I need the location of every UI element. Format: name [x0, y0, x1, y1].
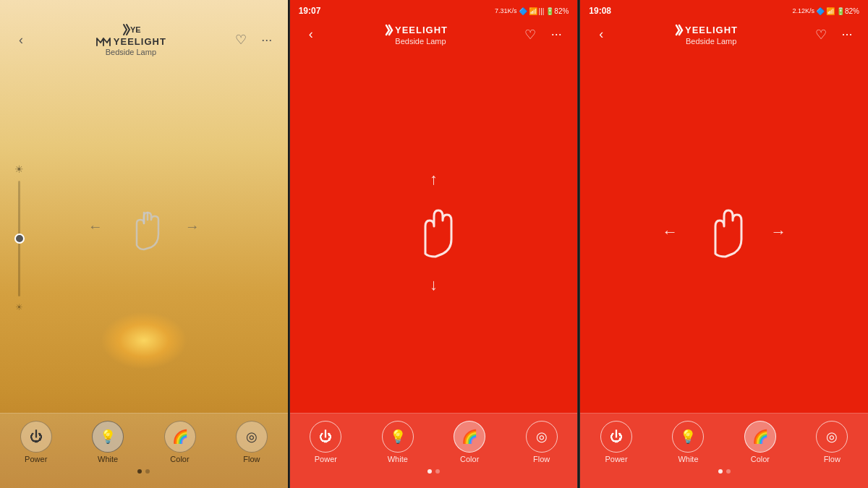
slider-track-1[interactable]: [18, 181, 20, 296]
svg-text:YEELIGHT: YEELIGHT: [685, 25, 738, 35]
power-label-3: Power: [605, 455, 627, 463]
white-icon-2: 💡: [382, 421, 414, 453]
brightness-low-icon: ☀: [15, 302, 23, 312]
svg-text:YEELIGHT: YEELIGHT: [130, 25, 141, 34]
arrow-right-icon-3: →: [770, 223, 786, 241]
tab-color-3[interactable]: 🌈 Color: [744, 421, 776, 463]
flow-icon-1: ◎: [236, 421, 268, 453]
brightness-high-icon: ☀: [14, 163, 24, 175]
tab-flow-1[interactable]: ◎ Flow: [236, 421, 268, 463]
status-bar-2: 19:07 7.31K/s 🔷 📶 ||| 🔋82%: [290, 0, 578, 20]
tab-white-1[interactable]: 💡 White: [92, 421, 124, 463]
header-actions-3: ♡ ···: [810, 24, 858, 46]
dot-2-active: [427, 469, 432, 474]
white-label-3: White: [678, 455, 698, 463]
gesture-2: ↑ ↓: [398, 170, 470, 294]
header-3: ‹ YEELIGHT Bedside Lamp ♡ ···: [580, 20, 868, 51]
more-button-2[interactable]: ···: [545, 24, 567, 46]
status-icons-3: 2.12K/s 🔷 📶 🔋82%: [792, 7, 859, 15]
tab-color-1[interactable]: 🌈 Color: [164, 421, 196, 463]
color-label-2: Color: [460, 455, 479, 463]
main-content-3: ← →: [580, 51, 868, 413]
page-dots-3: [580, 469, 868, 474]
yeelight-logo-icon-1: YEELIGHT: [121, 23, 141, 36]
tab-flow-3[interactable]: ◎ Flow: [816, 421, 848, 463]
page-dots-1: [0, 469, 288, 474]
header-center-2: YEELIGHT Bedside Lamp: [385, 23, 457, 46]
heart-button-1[interactable]: ♡: [230, 29, 252, 51]
arrow-right-icon-1: →: [185, 218, 200, 235]
slider-thumb-1[interactable]: [14, 234, 25, 244]
hand-gesture-3: [688, 196, 760, 268]
tab-bar-2: ⏻ Power 💡 White 🌈 Color ◎ Flow: [290, 413, 578, 488]
device-name-1: Bedside Lamp: [106, 48, 156, 56]
dot-2-inactive: [435, 469, 440, 474]
tab-color-2[interactable]: 🌈 Color: [454, 421, 485, 463]
svg-text:YEELIGHT: YEELIGHT: [395, 25, 448, 35]
dot-3-active: [718, 469, 723, 474]
more-button-1[interactable]: ···: [256, 29, 278, 51]
phone-panel-3: 19:08 2.12K/s 🔷 📶 🔋82% ‹ YEELIGHT Bedsid…: [579, 0, 868, 488]
power-icon-2: ⏻: [310, 421, 341, 453]
back-button-1[interactable]: ‹: [10, 29, 32, 51]
tab-bar-3: ⏻ Power 💡 White 🌈 Color ◎ Flow: [580, 413, 868, 488]
tabs-2: ⏻ Power 💡 White 🌈 Color ◎ Flow: [290, 421, 578, 463]
color-icon-3: 🌈: [744, 421, 776, 453]
tab-power-1[interactable]: ⏻ Power: [20, 421, 52, 463]
power-icon-1: ⏻: [20, 421, 52, 453]
brightness-slider-1[interactable]: ☀ ☀: [14, 163, 24, 312]
white-icon-3: 💡: [672, 421, 704, 453]
white-label-2: White: [388, 455, 408, 463]
brand-m-logo-1: [95, 37, 111, 47]
arrow-left-icon-3: ←: [662, 223, 678, 241]
heart-button-3[interactable]: ♡: [810, 24, 832, 46]
tab-white-3[interactable]: 💡 White: [672, 421, 704, 463]
header-center-3: YEELIGHT Bedside Lamp: [675, 23, 747, 46]
white-label-1: White: [98, 455, 118, 463]
back-button-2[interactable]: ‹: [300, 24, 322, 46]
color-label-1: Color: [170, 455, 189, 463]
more-button-3[interactable]: ···: [836, 24, 858, 46]
page-dots-2: [290, 469, 578, 474]
data-speed-icon-2: 7.31K/s: [495, 7, 517, 14]
signal-icon-2: |||: [539, 7, 545, 15]
phone-panel-1: ‹ YEELIGHT YEELIGHT Bedside Lamp ♡ ···: [0, 0, 288, 488]
battery-icon-2: 🔋82%: [545, 7, 569, 15]
power-label-2: Power: [315, 455, 337, 463]
arrow-down-icon-2: ↓: [430, 275, 438, 294]
tabs-1: ⏻ Power 💡 White 🌈 Color ◎ Flow: [0, 421, 288, 463]
lamp-glow-1: [101, 312, 187, 369]
status-time-3: 19:08: [589, 6, 611, 16]
tabs-3: ⏻ Power 💡 White 🌈 Color ◎ Flow: [580, 421, 868, 463]
tab-white-2[interactable]: 💡 White: [382, 421, 414, 463]
heart-button-2[interactable]: ♡: [519, 24, 541, 46]
status-icons-2: 7.31K/s 🔷 📶 ||| 🔋82%: [495, 7, 569, 15]
hand-gesture-2: [398, 196, 470, 268]
gesture-3: ← →: [662, 196, 786, 268]
flow-icon-3: ◎: [816, 421, 848, 453]
bluetooth-icon-3: 🔷: [816, 7, 825, 15]
power-label-1: Power: [25, 455, 47, 463]
tab-power-2[interactable]: ⏻ Power: [310, 421, 341, 463]
white-icon-1: 💡: [92, 421, 124, 453]
status-bar-1: [0, 0, 288, 20]
header-1: ‹ YEELIGHT YEELIGHT Bedside Lamp ♡ ···: [0, 20, 288, 62]
back-button-3[interactable]: ‹: [590, 24, 612, 46]
header-2: ‹ YEELIGHT Bedside Lamp ♡ ···: [290, 20, 578, 51]
dot-1-inactive: [145, 469, 150, 474]
color-icon-2: 🌈: [454, 421, 485, 453]
flow-icon-2: ◎: [526, 421, 558, 453]
yeelight-brand-3: YEELIGHT: [675, 23, 747, 36]
status-time-2: 19:07: [299, 6, 321, 16]
tab-flow-2[interactable]: ◎ Flow: [526, 421, 558, 463]
main-content-1: ☀ ☀ ← →: [0, 62, 288, 413]
hand-gesture-1: [111, 194, 176, 260]
bluetooth-icon-2: 🔷: [519, 7, 527, 15]
power-icon-3: ⏻: [600, 421, 632, 453]
yeelight-brand-2: YEELIGHT: [385, 23, 457, 36]
gesture-1: ← →: [88, 194, 200, 260]
battery-icon-3: 🔋82%: [836, 7, 859, 15]
color-icon-1: 🌈: [164, 421, 196, 453]
dot-1-active: [137, 469, 142, 474]
tab-power-3[interactable]: ⏻ Power: [600, 421, 632, 463]
